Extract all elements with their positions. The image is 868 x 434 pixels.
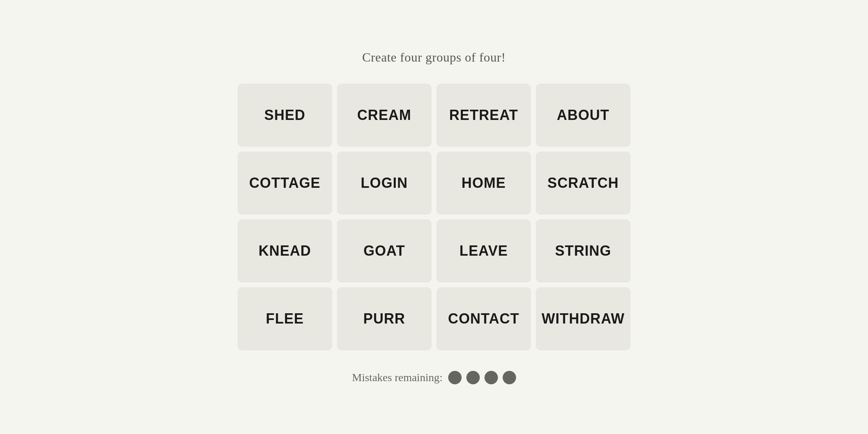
tile-label-leave: LEAVE	[460, 243, 508, 259]
tile-label-flee: FLEE	[266, 311, 304, 327]
tile-shed[interactable]: SHED	[238, 84, 332, 147]
mistake-dot-1	[448, 371, 462, 384]
tile-flee[interactable]: FLEE	[238, 287, 332, 350]
tile-label-cottage: COTTAGE	[249, 175, 321, 191]
tile-label-login: LOGIN	[361, 175, 408, 191]
tile-label-home: HOME	[462, 175, 506, 191]
tile-label-shed: SHED	[264, 107, 305, 123]
tile-login[interactable]: LOGIN	[337, 152, 432, 215]
tile-label-goat: GOAT	[363, 243, 405, 259]
tile-about[interactable]: ABOUT	[536, 84, 630, 147]
tile-cream[interactable]: CREAM	[337, 84, 432, 147]
tile-cottage[interactable]: COTTAGE	[238, 152, 332, 215]
tile-retreat[interactable]: RETREAT	[436, 84, 531, 147]
tile-string[interactable]: STRING	[536, 219, 630, 282]
tile-purr[interactable]: PURR	[337, 287, 432, 350]
tile-label-retreat: RETREAT	[449, 107, 518, 123]
tile-label-cream: CREAM	[357, 107, 411, 123]
mistake-dot-4	[503, 371, 516, 384]
tile-label-knead: KNEAD	[258, 243, 311, 259]
tile-label-scratch: SCRATCH	[548, 175, 619, 191]
tile-label-string: STRING	[555, 243, 611, 259]
mistakes-label: Mistakes remaining:	[352, 371, 442, 384]
tile-contact[interactable]: CONTACT	[436, 287, 531, 350]
tile-withdraw[interactable]: WITHDRAW	[536, 287, 630, 350]
game-subtitle: Create four groups of four!	[362, 50, 506, 65]
mistake-dot-3	[485, 371, 498, 384]
tile-goat[interactable]: GOAT	[337, 219, 432, 282]
tile-label-purr: PURR	[363, 311, 405, 327]
tile-label-withdraw: WITHDRAW	[542, 311, 625, 327]
mistake-dots	[448, 371, 516, 384]
tile-label-about: ABOUT	[557, 107, 609, 123]
tile-leave[interactable]: LEAVE	[436, 219, 531, 282]
tile-home[interactable]: HOME	[436, 152, 531, 215]
mistake-dot-2	[466, 371, 480, 384]
tile-knead[interactable]: KNEAD	[238, 219, 332, 282]
mistakes-row: Mistakes remaining:	[352, 371, 516, 384]
word-grid: SHEDCREAMRETREATABOUTCOTTAGELOGINHOMESCR…	[238, 84, 630, 350]
tile-scratch[interactable]: SCRATCH	[536, 152, 630, 215]
tile-label-contact: CONTACT	[448, 311, 520, 327]
